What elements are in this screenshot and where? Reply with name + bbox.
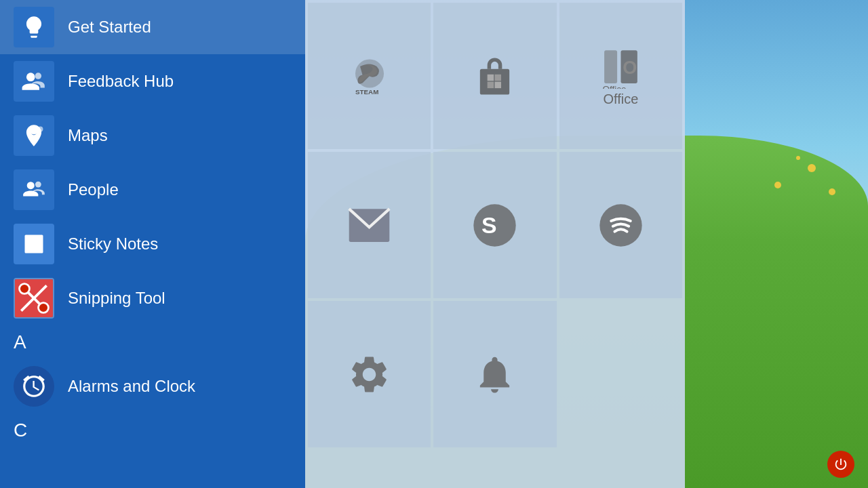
app-item-get-started[interactable]: Get Started xyxy=(0,0,305,54)
sticky-notes-icon xyxy=(14,224,54,264)
svg-point-4 xyxy=(27,182,35,189)
feedback-hub-label: Feedback Hub xyxy=(68,72,174,91)
app-item-people[interactable]: People xyxy=(0,163,305,217)
settings-tile-content xyxy=(308,301,431,447)
tile-mail[interactable] xyxy=(308,152,431,298)
svg-rect-19 xyxy=(604,50,617,83)
svg-point-10 xyxy=(20,284,30,294)
svg-rect-6 xyxy=(25,235,43,253)
notifications-tile-content xyxy=(433,301,556,447)
skype-icon: S xyxy=(473,203,517,247)
power-button[interactable] xyxy=(827,451,854,478)
office-tile-content: O Office Office xyxy=(559,3,682,149)
svg-rect-15 xyxy=(488,74,494,80)
app-item-alarms-clock[interactable]: Alarms and Clock xyxy=(0,359,305,413)
app-item-sticky-notes[interactable]: Sticky Notes xyxy=(0,217,305,271)
get-started-label: Get Started xyxy=(68,18,151,37)
svg-point-1 xyxy=(35,73,42,79)
windows-store-icon xyxy=(473,54,517,98)
sticky-notes-label: Sticky Notes xyxy=(68,235,158,253)
app-item-snipping-tool[interactable]: Snipping Tool xyxy=(0,271,305,325)
svg-rect-17 xyxy=(488,81,494,87)
svg-point-5 xyxy=(35,182,41,188)
snipping-tool-label: Snipping Tool xyxy=(68,289,165,308)
power-icon xyxy=(833,457,848,472)
snipping-tool-icon xyxy=(14,278,54,319)
app-item-maps[interactable]: Maps xyxy=(0,108,305,163)
tile-spotify[interactable] xyxy=(559,152,682,298)
tile-steam[interactable]: STEAM xyxy=(308,3,431,149)
spotify-tile-content xyxy=(559,152,682,298)
windows-store-tile-content xyxy=(433,3,556,149)
mail-tile-content xyxy=(308,152,431,298)
maps-label: Maps xyxy=(68,126,108,145)
svg-text:STEAM: STEAM xyxy=(355,88,378,96)
feedback-hub-icon xyxy=(14,61,54,102)
alarms-clock-label: Alarms and Clock xyxy=(68,377,195,396)
start-menu: Get Started Feedback Hub xyxy=(0,0,685,488)
svg-point-3 xyxy=(38,127,43,132)
office-text: Office xyxy=(603,92,638,107)
app-list: Get Started Feedback Hub xyxy=(0,0,305,488)
svg-point-0 xyxy=(26,73,35,81)
svg-rect-18 xyxy=(495,81,501,87)
svg-text:S: S xyxy=(481,212,497,238)
steam-logo: STEAM xyxy=(346,52,393,100)
tile-windows-store[interactable] xyxy=(433,3,556,149)
app-item-feedback-hub[interactable]: Feedback Hub xyxy=(0,54,305,108)
steam-tile-content: STEAM xyxy=(308,3,431,149)
maps-icon xyxy=(14,115,54,156)
people-icon xyxy=(14,169,54,210)
svg-point-11 xyxy=(39,303,49,313)
people-label: People xyxy=(68,180,119,199)
tile-office[interactable]: O Office Office xyxy=(559,3,682,149)
svg-text:O: O xyxy=(623,57,637,78)
tile-notifications[interactable] xyxy=(433,301,556,447)
alarms-clock-icon xyxy=(14,366,54,407)
notifications-icon xyxy=(473,352,517,396)
tiles-panel: STEAM xyxy=(305,0,685,488)
section-c: C xyxy=(0,413,305,447)
office-icon: O Office xyxy=(599,45,643,89)
skype-tile-content: S xyxy=(433,152,556,298)
section-a: A xyxy=(0,325,305,359)
tile-skype[interactable]: S xyxy=(433,152,556,298)
svg-rect-16 xyxy=(495,74,501,80)
spotify-icon xyxy=(599,203,643,247)
tile-settings[interactable] xyxy=(308,301,431,447)
mail-icon xyxy=(347,207,391,244)
settings-icon xyxy=(347,352,391,396)
svg-text:Office: Office xyxy=(602,84,626,89)
get-started-icon xyxy=(14,7,54,47)
